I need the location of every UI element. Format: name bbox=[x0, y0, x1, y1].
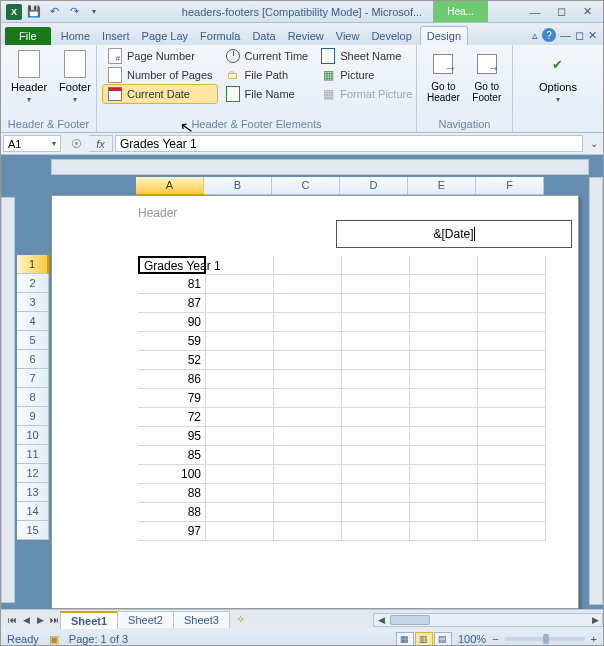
cell[interactable]: 81 bbox=[138, 275, 206, 294]
cell[interactable]: 59 bbox=[138, 332, 206, 351]
goto-header-button[interactable]: Go to Header bbox=[423, 47, 464, 105]
scroll-right-icon[interactable]: ▶ bbox=[588, 615, 602, 625]
cell[interactable] bbox=[478, 465, 546, 484]
cell[interactable]: Grades Year 1 bbox=[138, 256, 206, 274]
cell[interactable] bbox=[274, 465, 342, 484]
tab-page-layout[interactable]: Page Lay bbox=[136, 27, 194, 45]
col-header-c[interactable]: C bbox=[272, 177, 340, 195]
sheet-prev-icon[interactable]: ◀ bbox=[19, 615, 33, 625]
cell[interactable] bbox=[342, 313, 410, 332]
cell[interactable] bbox=[478, 256, 546, 275]
tab-developer[interactable]: Develop bbox=[365, 27, 417, 45]
cell[interactable] bbox=[206, 351, 274, 370]
cell[interactable] bbox=[478, 313, 546, 332]
close-button[interactable]: ✕ bbox=[575, 4, 599, 20]
row-header[interactable]: 13 bbox=[17, 483, 49, 502]
footer-button[interactable]: Footer ▾ bbox=[55, 47, 95, 106]
cell[interactable] bbox=[410, 408, 478, 427]
sheet-first-icon[interactable]: ⏮ bbox=[5, 615, 19, 625]
cell[interactable] bbox=[478, 389, 546, 408]
view-normal-icon[interactable]: ▦ bbox=[396, 632, 414, 646]
save-icon[interactable]: 💾 bbox=[25, 3, 43, 21]
zoom-out-icon[interactable]: − bbox=[492, 633, 498, 645]
sheet-nav-controls[interactable]: ⏮ ◀ ▶ ⏭ bbox=[5, 615, 61, 625]
minimize-button[interactable]: — bbox=[523, 4, 547, 20]
cell[interactable] bbox=[342, 294, 410, 313]
redo-icon[interactable]: ↷ bbox=[65, 3, 83, 21]
cell[interactable] bbox=[478, 503, 546, 522]
header-button[interactable]: Header ▾ bbox=[7, 47, 51, 106]
cell[interactable] bbox=[410, 484, 478, 503]
cell-grid[interactable]: Grades Year 1818790595286797295851008888… bbox=[138, 256, 546, 541]
cell[interactable] bbox=[206, 408, 274, 427]
zoom-in-icon[interactable]: + bbox=[591, 633, 597, 645]
cell[interactable] bbox=[274, 332, 342, 351]
cell[interactable] bbox=[478, 332, 546, 351]
cell[interactable] bbox=[342, 370, 410, 389]
row-header[interactable]: 8 bbox=[17, 388, 49, 407]
cell[interactable] bbox=[342, 332, 410, 351]
row-header[interactable]: 15 bbox=[17, 521, 49, 540]
cell[interactable] bbox=[206, 275, 274, 294]
sheet-name-button[interactable]: Sheet Name bbox=[316, 47, 416, 65]
row-header[interactable]: 10 bbox=[17, 426, 49, 445]
cell[interactable] bbox=[274, 484, 342, 503]
cell[interactable] bbox=[206, 484, 274, 503]
cell[interactable]: 72 bbox=[138, 408, 206, 427]
cell[interactable] bbox=[478, 427, 546, 446]
new-sheet-icon[interactable]: ✧ bbox=[236, 613, 245, 626]
cell[interactable]: 88 bbox=[138, 503, 206, 522]
cell[interactable] bbox=[274, 275, 342, 294]
sheet-tab-2[interactable]: Sheet2 bbox=[117, 611, 174, 628]
cell[interactable] bbox=[410, 427, 478, 446]
expand-formula-bar-icon[interactable]: ⌄ bbox=[585, 133, 603, 154]
cell[interactable] bbox=[478, 522, 546, 541]
cell[interactable] bbox=[274, 351, 342, 370]
cell[interactable] bbox=[274, 389, 342, 408]
col-header-f[interactable]: F bbox=[476, 177, 544, 195]
qat-dropdown-icon[interactable]: ▾ bbox=[85, 3, 103, 21]
cell[interactable] bbox=[410, 389, 478, 408]
cell[interactable] bbox=[342, 503, 410, 522]
tab-data[interactable]: Data bbox=[246, 27, 281, 45]
scroll-thumb[interactable] bbox=[390, 615, 430, 625]
cell[interactable] bbox=[410, 294, 478, 313]
name-box[interactable]: A1 ▾ bbox=[3, 135, 61, 152]
cell[interactable] bbox=[342, 408, 410, 427]
cell[interactable]: 87 bbox=[138, 294, 206, 313]
sheet-tab-1[interactable]: Sheet1 bbox=[60, 611, 118, 629]
cell[interactable]: 95 bbox=[138, 427, 206, 446]
tab-view[interactable]: View bbox=[330, 27, 366, 45]
current-time-button[interactable]: Current Time bbox=[221, 47, 313, 65]
cell[interactable] bbox=[206, 313, 274, 332]
cell[interactable] bbox=[342, 275, 410, 294]
cell[interactable] bbox=[274, 370, 342, 389]
cell[interactable]: 97 bbox=[138, 522, 206, 541]
cell[interactable]: 88 bbox=[138, 484, 206, 503]
cell[interactable] bbox=[206, 389, 274, 408]
file-name-button[interactable]: File Name bbox=[221, 85, 313, 103]
fx-button[interactable]: fx bbox=[89, 135, 113, 152]
sheet-last-icon[interactable]: ⏭ bbox=[47, 615, 61, 625]
row-header[interactable]: 11 bbox=[17, 445, 49, 464]
cell[interactable] bbox=[342, 427, 410, 446]
file-path-button[interactable]: 🗀 File Path bbox=[221, 66, 313, 84]
file-tab[interactable]: File bbox=[5, 27, 51, 45]
undo-icon[interactable]: ↶ bbox=[45, 3, 63, 21]
cell[interactable] bbox=[206, 522, 274, 541]
tab-formulas[interactable]: Formula bbox=[194, 27, 246, 45]
tab-home[interactable]: Home bbox=[55, 27, 96, 45]
view-page-break-icon[interactable]: ▤ bbox=[434, 632, 452, 646]
cell[interactable] bbox=[410, 313, 478, 332]
cell[interactable] bbox=[478, 370, 546, 389]
cell[interactable] bbox=[274, 446, 342, 465]
cell[interactable] bbox=[478, 275, 546, 294]
macro-record-icon[interactable]: ▣ bbox=[49, 633, 59, 646]
header-field-right[interactable]: &[Date] bbox=[336, 220, 572, 248]
cell[interactable] bbox=[342, 351, 410, 370]
scroll-left-icon[interactable]: ◀ bbox=[374, 615, 388, 625]
row-header[interactable]: 9 bbox=[17, 407, 49, 426]
col-header-b[interactable]: B bbox=[204, 177, 272, 195]
current-date-button[interactable]: Current Date bbox=[103, 85, 217, 103]
row-header[interactable]: 3 bbox=[17, 293, 49, 312]
